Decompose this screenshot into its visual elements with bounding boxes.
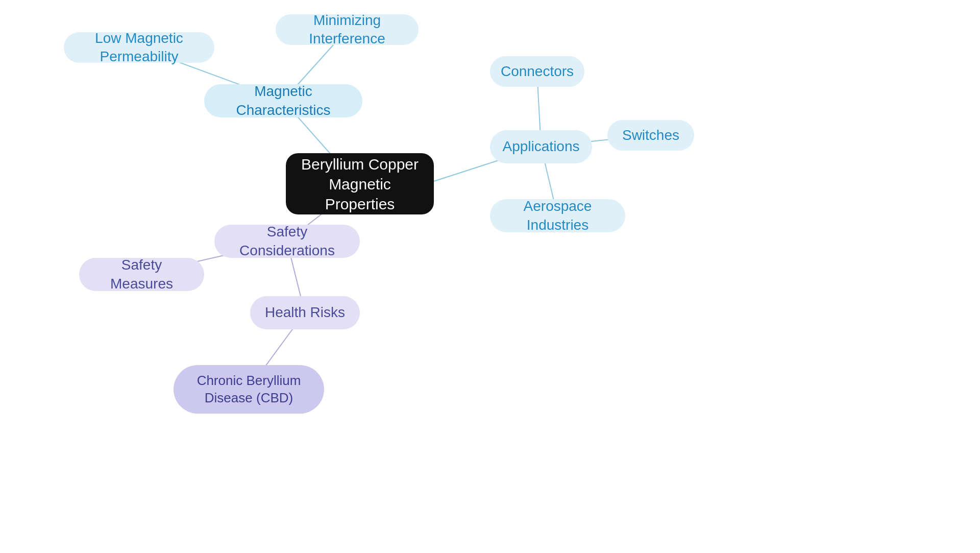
magnetic-characteristics-node[interactable]: Magnetic Characteristics (204, 84, 362, 117)
applications-node[interactable]: Applications (490, 130, 592, 163)
safety-measures-label: Safety Measures (93, 256, 190, 293)
center-label: Beryllium Copper Magnetic Properties (300, 154, 420, 214)
connectors-label: Connectors (501, 62, 574, 81)
switches-node[interactable]: Switches (607, 120, 694, 151)
aerospace-industries-node[interactable]: Aerospace Industries (490, 199, 625, 232)
connectors-node[interactable]: Connectors (490, 56, 584, 87)
safety-measures-node[interactable]: Safety Measures (79, 258, 204, 291)
health-risks-label: Health Risks (265, 303, 345, 322)
minimizing-interference-label: Minimizing Interference (290, 11, 404, 49)
low-magnetic-permeability-node[interactable]: Low Magnetic Permeability (64, 32, 214, 63)
aerospace-industries-label: Aerospace Industries (504, 197, 611, 234)
minimizing-interference-node[interactable]: Minimizing Interference (276, 14, 419, 45)
low-magnetic-permeability-label: Low Magnetic Permeability (78, 29, 200, 66)
health-risks-node[interactable]: Health Risks (250, 296, 360, 329)
magnetic-characteristics-label: Magnetic Characteristics (218, 82, 348, 119)
safety-considerations-label: Safety Considerations (229, 223, 346, 260)
chronic-beryllium-disease-node[interactable]: Chronic Beryllium Disease (CBD) (174, 365, 324, 414)
safety-considerations-node[interactable]: Safety Considerations (214, 225, 360, 258)
center-node[interactable]: Beryllium Copper Magnetic Properties (286, 153, 434, 214)
switches-label: Switches (622, 126, 679, 145)
chronic-beryllium-disease-label: Chronic Beryllium Disease (CBD) (188, 372, 310, 407)
applications-label: Applications (503, 137, 580, 156)
